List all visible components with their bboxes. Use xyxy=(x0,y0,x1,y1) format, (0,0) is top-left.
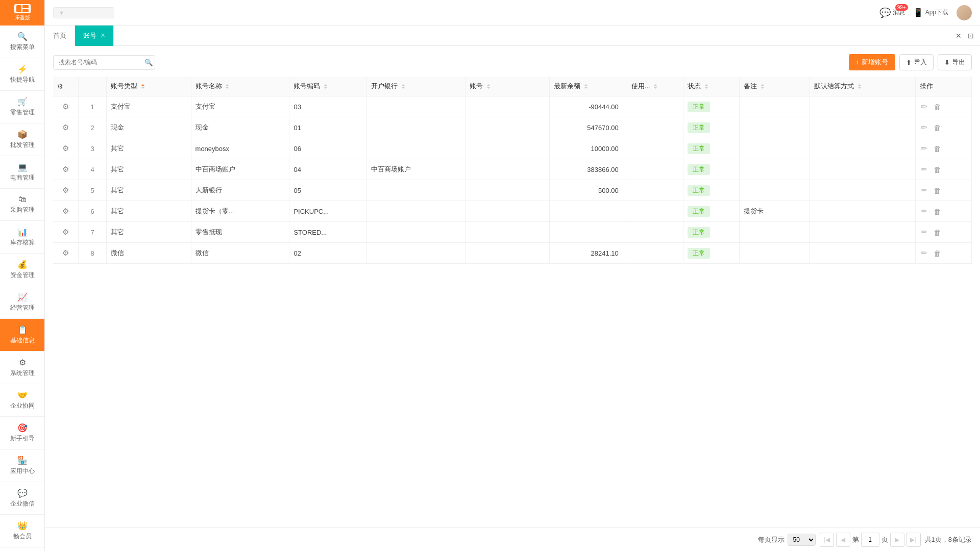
sidebar-item-wholesale[interactable]: 📦批发管理 xyxy=(0,123,44,156)
sidebar-label-purchase: 采购管理 xyxy=(10,206,35,214)
sidebar-icon-appcenter: 🏪 xyxy=(17,456,28,465)
row-default-1 xyxy=(810,117,916,138)
delete-button-1[interactable]: 🗑 xyxy=(933,122,942,133)
col-header-bank[interactable]: 开户银行 xyxy=(367,77,465,96)
add-account-button[interactable]: + 新增账号 xyxy=(849,54,895,70)
edit-button-3[interactable]: ✏ xyxy=(920,164,928,175)
edit-button-2[interactable]: ✏ xyxy=(920,143,928,154)
logo-text: 乐盈版 xyxy=(15,14,30,21)
sort-type-icon xyxy=(141,84,145,89)
page-size-select[interactable]: 50 10 20 100 xyxy=(788,534,816,546)
row-num-2: 3 xyxy=(79,138,107,159)
delete-button-7[interactable]: 🗑 xyxy=(933,248,942,259)
row-name-5: 提货卡（零... xyxy=(191,201,289,222)
sidebar-icon-member: 👑 xyxy=(17,521,28,531)
col-header-use[interactable]: 使用... xyxy=(627,77,683,96)
edit-button-0[interactable]: ✏ xyxy=(920,101,928,112)
row-gear-6[interactable]: ⚙ xyxy=(53,222,79,243)
row-gear-4[interactable]: ⚙ xyxy=(53,180,79,201)
col-header-account[interactable]: 账号 xyxy=(465,77,549,96)
col-header-status[interactable]: 状态 xyxy=(683,77,740,96)
row-bank-3: 中百商场账户 xyxy=(367,159,465,180)
search-box[interactable]: 🔍 xyxy=(53,55,155,70)
sidebar-item-inventory[interactable]: 📊库存核算 xyxy=(0,221,44,254)
sidebar-item-agreement[interactable]: 🤝企业协同 xyxy=(0,384,44,417)
row-bank-6 xyxy=(367,222,465,243)
first-page-button[interactable]: |◀ xyxy=(820,533,834,547)
sidebar-item-retail[interactable]: 🛒零售管理 xyxy=(0,91,44,123)
sidebar-item-finance[interactable]: 💰资金管理 xyxy=(0,254,44,286)
edit-button-1[interactable]: ✏ xyxy=(920,122,928,133)
edit-button-6[interactable]: ✏ xyxy=(920,227,928,238)
row-name-6: 零售抵现 xyxy=(191,222,289,243)
sidebar-item-purchase[interactable]: 🛍采购管理 xyxy=(0,189,44,221)
search-button[interactable]: 🔍 xyxy=(140,56,155,69)
tabbar: 首页 账号 ✕ ✕ ⊡ xyxy=(45,26,980,46)
delete-button-3[interactable]: 🗑 xyxy=(933,164,942,175)
sidebar-item-system[interactable]: ⚙系统管理 xyxy=(0,352,44,384)
row-gear-3[interactable]: ⚙ xyxy=(53,159,79,180)
row-action-6: ✏ 🗑 xyxy=(915,222,971,243)
row-bank-1 xyxy=(367,117,465,138)
edit-button-7[interactable]: ✏ xyxy=(920,247,928,259)
delete-button-6[interactable]: 🗑 xyxy=(933,227,942,238)
col-header-type[interactable]: 账号类型 xyxy=(107,77,191,96)
sidebar-item-appcenter[interactable]: 🏪应用中心 xyxy=(0,449,44,482)
message-button[interactable]: 💬 99+ 消息 xyxy=(879,7,905,18)
sidebar-item-operation[interactable]: 📈经营管理 xyxy=(0,286,44,319)
page-input[interactable] xyxy=(861,533,879,547)
row-gear-0[interactable]: ⚙ xyxy=(53,96,79,117)
row-account-1 xyxy=(465,117,549,138)
expand-window-button[interactable]: ⊡ xyxy=(966,31,976,41)
sidebar-item-basic[interactable]: 📋基础信息 xyxy=(0,319,44,352)
app-download-button[interactable]: 📱 App下载 xyxy=(913,8,948,17)
col-header-code[interactable]: 账号编码 xyxy=(289,77,367,96)
col-header-name[interactable]: 账号名称 xyxy=(191,77,289,96)
avatar[interactable] xyxy=(957,5,972,20)
tab-account[interactable]: 账号 ✕ xyxy=(75,26,114,46)
sidebar-item-wechat[interactable]: 💬企业微信 xyxy=(0,482,44,515)
row-gear-1[interactable]: ⚙ xyxy=(53,117,79,138)
col-header-settings[interactable]: ⚙ xyxy=(53,77,79,96)
sidebar-item-search[interactable]: 🔍搜索菜单 xyxy=(0,26,44,58)
import-button[interactable]: ⬆ 导入 xyxy=(899,54,934,70)
row-bank-5 xyxy=(367,201,465,222)
last-page-button[interactable]: ▶| xyxy=(906,533,921,547)
delete-button-4[interactable]: 🗑 xyxy=(933,185,942,196)
row-type-0: 支付宝 xyxy=(107,96,191,117)
search-input[interactable] xyxy=(54,56,140,69)
sidebar-icon-system: ⚙ xyxy=(19,358,26,367)
row-gear-7[interactable]: ⚙ xyxy=(53,243,79,264)
page-label: 第 xyxy=(852,535,859,544)
sidebar-item-guide[interactable]: 🎯新手引导 xyxy=(0,417,44,449)
tab-home[interactable]: 首页 xyxy=(45,26,75,46)
sidebar-label-finance: 资金管理 xyxy=(10,271,35,280)
edit-button-5[interactable]: ✏ xyxy=(920,206,928,217)
row-name-1: 现金 xyxy=(191,117,289,138)
tab-account-close[interactable]: ✕ xyxy=(101,32,105,39)
sidebar-label-quicknav: 快捷导航 xyxy=(10,76,35,84)
row-gear-2[interactable]: ⚙ xyxy=(53,138,79,159)
sidebar-icon-purchase: 🛍 xyxy=(18,195,27,204)
row-account-6 xyxy=(465,222,549,243)
col-header-remark[interactable]: 备注 xyxy=(740,77,810,96)
row-gear-5[interactable]: ⚙ xyxy=(53,201,79,222)
row-status-5: 正常 xyxy=(683,201,740,222)
row-bank-4 xyxy=(367,180,465,201)
topbar-left: ▼ xyxy=(53,7,114,18)
export-button[interactable]: ⬇ 导出 xyxy=(938,54,972,70)
sidebar-item-member[interactable]: 👑畅会员 xyxy=(0,515,44,547)
col-header-default[interactable]: 默认结算方式 xyxy=(810,77,916,96)
table-row: ⚙ 1 支付宝 支付宝 03 -90444.00 正常 ✏ 🗑 xyxy=(53,96,972,117)
sidebar-item-ecommerce[interactable]: 💻电商管理 xyxy=(0,156,44,189)
col-header-balance[interactable]: 最新余额 xyxy=(550,77,627,96)
close-window-button[interactable]: ✕ xyxy=(953,31,964,41)
next-page-button[interactable]: ▶ xyxy=(890,533,904,547)
delete-button-2[interactable]: 🗑 xyxy=(933,143,942,154)
delete-button-5[interactable]: 🗑 xyxy=(933,206,942,217)
sidebar-item-quicknav[interactable]: ⚡快捷导航 xyxy=(0,58,44,91)
delete-button-0[interactable]: 🗑 xyxy=(933,102,942,112)
prev-page-button[interactable]: ◀ xyxy=(836,533,850,547)
edit-button-4[interactable]: ✏ xyxy=(920,185,928,196)
row-use-1 xyxy=(627,117,683,138)
